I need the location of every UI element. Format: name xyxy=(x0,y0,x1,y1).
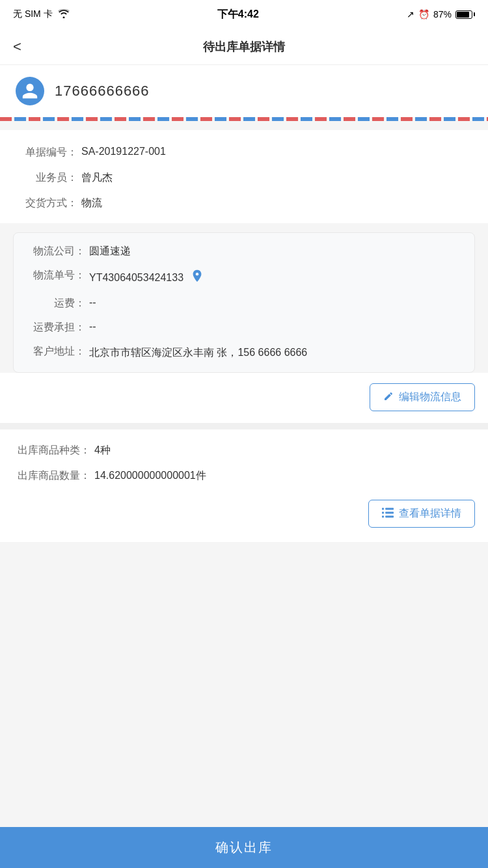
order-no-row: 单据编号： SA-20191227-001 xyxy=(16,146,472,159)
view-detail-section: 查看单据详情 xyxy=(0,497,488,542)
order-no-value: SA-20191227-001 xyxy=(77,146,472,157)
logistics-company-row: 物流公司： 圆通速递 xyxy=(27,245,461,258)
logistics-company-label: 物流公司： xyxy=(27,245,85,258)
address-label: 客户地址： xyxy=(27,345,85,359)
delivery-label: 交货方式： xyxy=(16,197,77,210)
back-button[interactable]: < xyxy=(13,33,29,61)
product-types-value: 4种 xyxy=(90,444,472,457)
battery-percent: 87% xyxy=(433,9,452,20)
svg-rect-5 xyxy=(385,515,394,517)
product-summary-section: 出库商品种类： 4种 出库商品数量： 14.620000000000001件 xyxy=(0,429,488,497)
tracking-location-icon[interactable] xyxy=(190,269,204,286)
address-value: 北京市市辖区海淀区永丰南 张，156 6666 6666 xyxy=(85,345,461,360)
svg-rect-0 xyxy=(382,508,384,509)
freight-bear-label: 运费承担： xyxy=(27,321,85,334)
salesman-label: 业务员： xyxy=(16,171,77,185)
freight-row: 运费： -- xyxy=(27,297,461,310)
edit-logistics-section: 编辑物流信息 xyxy=(0,373,488,423)
product-types-label: 出库商品种类： xyxy=(16,444,90,457)
sim-label: 无 SIM 卡 xyxy=(13,8,53,20)
freight-bear-value: -- xyxy=(85,321,461,332)
delivery-row: 交货方式： 物流 xyxy=(16,197,472,210)
order-info-section: 单据编号： SA-20191227-001 业务员： 曾凡杰 交货方式： 物流 xyxy=(0,130,488,223)
wifi-icon xyxy=(58,9,70,20)
list-icon xyxy=(382,508,394,521)
battery-bar xyxy=(455,10,475,19)
freight-value: -- xyxy=(85,297,461,308)
svg-rect-1 xyxy=(385,508,394,509)
address-row: 客户地址： 北京市市辖区海淀区永丰南 张，156 6666 6666 xyxy=(27,345,461,360)
tracking-number: YT43064053424133 xyxy=(89,272,183,284)
order-no-label: 单据编号： xyxy=(16,146,77,159)
avatar xyxy=(16,77,44,105)
status-bar: 无 SIM 卡 下午4:42 ↗ ⏰ 87% xyxy=(0,0,488,29)
svg-rect-4 xyxy=(382,515,384,517)
status-right: ↗ ⏰ 87% xyxy=(407,9,475,20)
page-title: 待出库单据详情 xyxy=(203,39,285,55)
edit-icon xyxy=(383,391,394,404)
confirm-outbound-button[interactable]: 确认出库 xyxy=(13,839,475,856)
tracking-label: 物流单号： xyxy=(27,269,85,282)
freight-bear-row: 运费承担： -- xyxy=(27,321,461,334)
view-detail-button[interactable]: 查看单据详情 xyxy=(368,500,475,528)
location-status-icon: ↗ xyxy=(407,9,414,20)
section-divider-1 xyxy=(0,423,488,429)
person-icon xyxy=(21,82,39,100)
tracking-value-wrap: YT43064053424133 xyxy=(85,269,461,286)
product-quantity-row: 出库商品数量： 14.620000000000001件 xyxy=(16,469,472,483)
edit-logistics-label: 编辑物流信息 xyxy=(399,390,461,404)
freight-label: 运费： xyxy=(27,297,85,310)
nav-bar: < 待出库单据详情 xyxy=(0,29,488,65)
logistics-company-value: 圆通速递 xyxy=(85,245,461,258)
product-quantity-value: 14.620000000000001件 xyxy=(90,469,472,483)
user-phone: 17666666666 xyxy=(55,83,150,100)
tracking-row: 物流单号： YT43064053424133 xyxy=(27,269,461,286)
svg-rect-3 xyxy=(385,511,394,513)
edit-logistics-button[interactable]: 编辑物流信息 xyxy=(370,383,475,411)
logistics-card: 物流公司： 圆通速递 物流单号： YT43064053424133 运费： --… xyxy=(13,232,475,373)
view-detail-label: 查看单据详情 xyxy=(399,507,461,521)
delivery-value: 物流 xyxy=(77,197,472,210)
svg-rect-2 xyxy=(382,511,384,513)
salesman-value: 曾凡杰 xyxy=(77,171,472,185)
salesman-row: 业务员： 曾凡杰 xyxy=(16,171,472,185)
dashed-divider xyxy=(0,117,488,121)
alarm-status-icon: ⏰ xyxy=(418,9,429,20)
product-quantity-label: 出库商品数量： xyxy=(16,469,90,483)
confirm-btn-wrap: 确认出库 xyxy=(0,827,488,868)
status-left: 无 SIM 卡 xyxy=(13,8,70,20)
product-types-row: 出库商品种类： 4种 xyxy=(16,444,472,457)
user-row: 17666666666 xyxy=(0,65,488,117)
bottom-spacer xyxy=(0,542,488,698)
status-time: 下午4:42 xyxy=(217,8,259,21)
